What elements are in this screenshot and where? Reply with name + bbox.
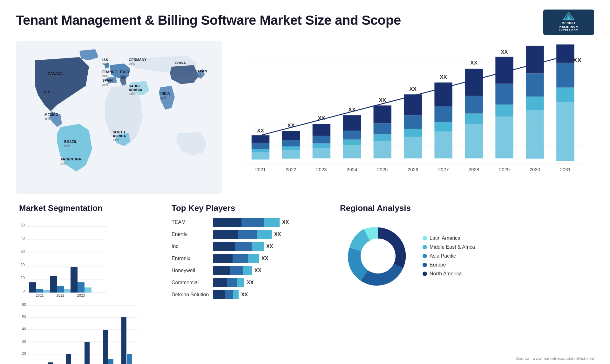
svg-text:XX: XX xyxy=(409,86,417,92)
segmentation-section: Market Segmentation 0 10 20 30 40 50 60 xyxy=(16,200,159,364)
svg-rect-69 xyxy=(495,117,513,158)
south-africa-label: SOUTH xyxy=(113,130,125,134)
svg-rect-70 xyxy=(495,104,513,117)
bar-2021-light xyxy=(252,152,269,160)
svg-rect-110 xyxy=(78,282,85,293)
svg-rect-58 xyxy=(434,122,452,131)
svg-rect-78 xyxy=(526,46,544,73)
svg-rect-77 xyxy=(526,73,544,96)
key-players-section: Top Key Players TEAM XX xyxy=(168,200,327,364)
content-grid: CANADA xx% U.S. xx% MEXICO xx% BRAZIL xx… xyxy=(16,41,594,353)
svg-rect-144 xyxy=(108,359,113,364)
seg-main-chart: 0 10 20 30 40 50 60 xyxy=(19,300,140,364)
svg-text:XX: XX xyxy=(501,49,508,55)
latin-america-label: Latin America xyxy=(430,235,460,241)
svg-text:2022: 2022 xyxy=(286,167,296,172)
bar-2021-label: 2021 xyxy=(255,167,266,172)
svg-rect-63 xyxy=(465,124,483,158)
svg-rect-40 xyxy=(343,139,361,145)
svg-text:xx%: xx% xyxy=(129,62,135,66)
svg-text:2029: 2029 xyxy=(499,167,510,172)
svg-text:xx%: xx% xyxy=(64,144,70,148)
svg-rect-139 xyxy=(85,342,90,364)
svg-rect-83 xyxy=(556,63,574,88)
svg-rect-131 xyxy=(48,362,53,364)
svg-text:xx%: xx% xyxy=(175,65,181,69)
bar-chart-wrapper: XX 2021 XX 2022 XX 2023 xyxy=(235,44,588,187)
argentina-label: ARGENTINA xyxy=(60,157,81,161)
players-list: TEAM XX Enertiv xyxy=(172,218,324,299)
page-title: Tenant Management & Billing Software Mar… xyxy=(16,13,401,28)
svg-text:2028: 2028 xyxy=(469,167,479,172)
logo-icon xyxy=(562,12,575,20)
svg-rect-107 xyxy=(64,289,71,293)
svg-rect-148 xyxy=(127,354,132,364)
europe-label: Europe xyxy=(430,262,446,268)
logo-box: MARKET RESEARCH INTELLECT xyxy=(543,10,594,35)
svg-text:2025: 2025 xyxy=(377,167,388,172)
svg-rect-2 xyxy=(567,17,570,19)
svg-rect-35 xyxy=(313,136,330,143)
europe-dot xyxy=(423,263,427,267)
svg-rect-41 xyxy=(343,131,361,139)
svg-text:AFRICA: AFRICA xyxy=(113,134,126,138)
svg-rect-39 xyxy=(343,145,361,158)
svg-rect-46 xyxy=(374,134,391,141)
svg-text:xx%: xx% xyxy=(102,83,108,86)
svg-text:2022: 2022 xyxy=(57,293,64,297)
legend-north-america: North America xyxy=(423,271,475,277)
india-label: INDIA xyxy=(160,91,170,95)
regional-title: Regional Analysis xyxy=(340,203,591,213)
svg-text:2030: 2030 xyxy=(530,167,540,172)
svg-text:xx%: xx% xyxy=(129,92,135,96)
svg-text:XX: XX xyxy=(379,97,386,103)
asia-pacific-dot xyxy=(423,254,427,258)
svg-rect-82 xyxy=(556,88,574,102)
regional-section: Regional Analysis xyxy=(337,200,594,364)
bar-chart-section: XX 2021 XX 2022 XX 2023 xyxy=(229,41,594,194)
legend-asia-pacific: Asia Pacific xyxy=(423,253,475,259)
svg-point-151 xyxy=(361,239,396,273)
svg-rect-47 xyxy=(374,124,391,135)
svg-text:2031: 2031 xyxy=(560,167,571,172)
player-name-team: TEAM xyxy=(172,219,213,225)
player-commercial: Commercial XX xyxy=(172,278,324,287)
mexico-label: MEXICO xyxy=(44,113,58,117)
svg-text:2024: 2024 xyxy=(347,167,357,172)
player-inc: Inc. XX xyxy=(172,242,324,251)
svg-text:ARABIA: ARABIA xyxy=(129,88,142,92)
svg-text:xx%: xx% xyxy=(60,162,66,165)
svg-rect-27 xyxy=(282,150,300,158)
france-label: FRANCE xyxy=(102,70,117,74)
svg-rect-101 xyxy=(29,282,36,293)
svg-text:xx%: xx% xyxy=(102,74,108,78)
svg-text:xx%: xx% xyxy=(44,94,50,98)
seg-chart-wrapper: 0 10 20 30 40 50 60 xyxy=(19,218,156,300)
bar-2021-dark xyxy=(252,143,269,149)
asia-pacific-label: Asia Pacific xyxy=(430,253,456,259)
north-america-label: North America xyxy=(430,271,462,277)
svg-rect-106 xyxy=(57,286,64,293)
legend-europe: Europe xyxy=(423,262,475,268)
svg-text:xx%: xx% xyxy=(48,76,54,79)
svg-rect-71 xyxy=(495,84,513,104)
svg-rect-33 xyxy=(313,148,330,158)
svg-rect-48 xyxy=(374,105,391,123)
player-honeywell: Honeywell XX xyxy=(172,266,324,275)
page-container: Tenant Management & Billing Software Mar… xyxy=(0,0,610,364)
saudi-label: SAUDI xyxy=(129,84,139,88)
svg-rect-57 xyxy=(434,131,452,158)
latin-america-dot xyxy=(423,236,427,240)
svg-rect-52 xyxy=(404,129,422,137)
svg-rect-76 xyxy=(526,97,544,110)
legend-latin-america: Latin America xyxy=(423,235,475,241)
chart-top-label: XX xyxy=(573,56,582,64)
germany-label: GERMANY xyxy=(129,58,147,62)
bar-2021-mid xyxy=(252,149,269,152)
svg-rect-51 xyxy=(404,137,422,158)
italy-label: ITALY xyxy=(120,70,130,74)
middle-east-label: Middle East & Africa xyxy=(430,244,475,250)
svg-text:50: 50 xyxy=(22,315,26,319)
uk-label: U.K. xyxy=(102,58,109,62)
svg-text:XX: XX xyxy=(440,74,447,80)
